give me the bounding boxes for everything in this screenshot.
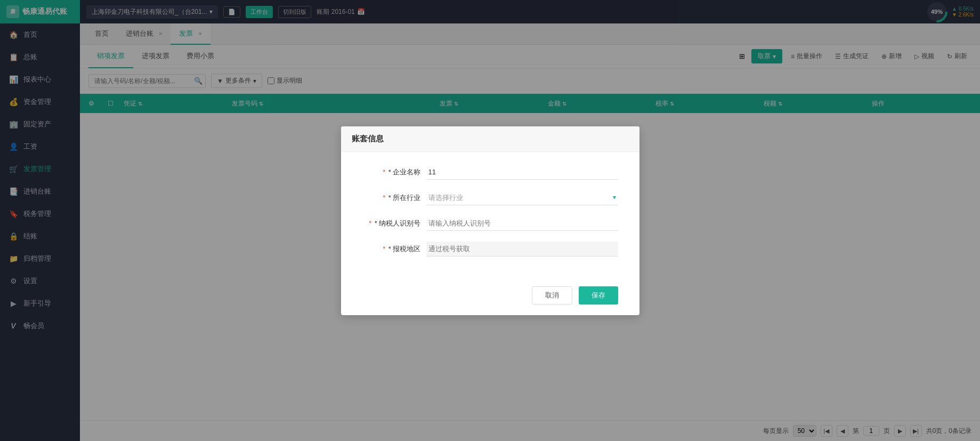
tax-region-input [426, 242, 618, 256]
required-marker: * [383, 168, 385, 176]
dialog-footer: 取消 保存 [341, 280, 639, 315]
dialog-overlay[interactable]: 账套信息 * * 企业名称 * * 所在行业 请选择行业 [0, 0, 980, 441]
company-name-input[interactable] [426, 165, 618, 180]
company-name-label: * * 企业名称 [362, 167, 426, 177]
industry-row: * * 所在行业 请选择行业 ▾ [362, 190, 618, 205]
tax-region-label: * * 报税地区 [362, 244, 426, 254]
account-info-dialog: 账套信息 * * 企业名称 * * 所在行业 请选择行业 [341, 126, 639, 315]
save-button[interactable]: 保存 [579, 286, 618, 304]
tax-id-row: * * 纳税人识别号 [362, 216, 618, 231]
required-marker: * [369, 219, 371, 227]
tax-id-input[interactable] [426, 216, 618, 231]
cancel-button[interactable]: 取消 [532, 286, 572, 304]
company-name-row: * * 企业名称 [362, 165, 618, 180]
required-marker: * [383, 245, 385, 253]
tax-id-label: * * 纳税人识别号 [362, 219, 426, 228]
industry-select[interactable]: 请选择行业 [426, 190, 618, 205]
industry-select-wrap: 请选择行业 ▾ [426, 190, 618, 205]
required-marker: * [383, 194, 385, 202]
dialog-body: * * 企业名称 * * 所在行业 请选择行业 ▾ [341, 152, 639, 280]
tax-region-row: * * 报税地区 [362, 242, 618, 256]
dialog-title: 账套信息 [341, 126, 639, 152]
industry-label: * * 所在行业 [362, 193, 426, 203]
